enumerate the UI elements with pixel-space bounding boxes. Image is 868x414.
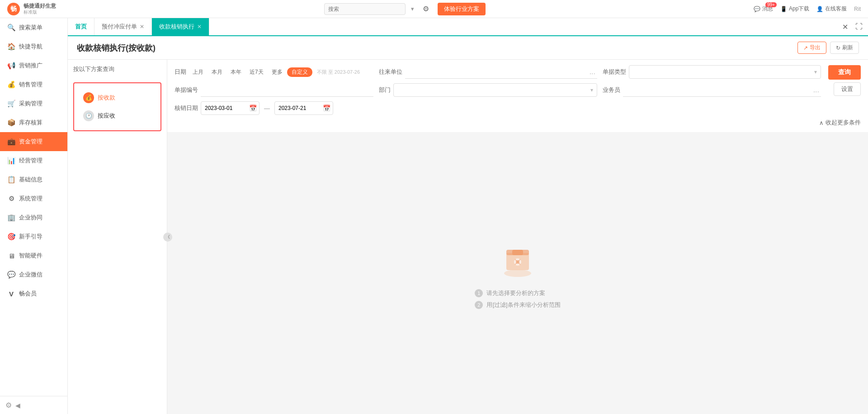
online-service-button[interactable]: 👤 在线客服 bbox=[816, 5, 847, 13]
user-name: Rit bbox=[854, 6, 861, 12]
sidebar-item-quick-nav[interactable]: 🏠 快捷导航 bbox=[0, 37, 67, 56]
sidebar-label-marketing: 营销推广 bbox=[19, 62, 42, 70]
tab-prepay[interactable]: 预付冲应付单 ✕ bbox=[94, 18, 152, 35]
partner-input[interactable]: ... bbox=[405, 65, 597, 79]
page-title: 收款核销执行(按收款) bbox=[77, 43, 156, 53]
sidebar: 🔍 搜索菜单 🏠 快捷导航 📢 营销推广 💰 销售管理 🛒 采购管理 📦 库存核… bbox=[0, 18, 68, 414]
doc-type-select[interactable]: ▾ bbox=[629, 65, 821, 79]
sidebar-label-finance: 资金管理 bbox=[19, 138, 42, 146]
megaphone-icon: 📢 bbox=[7, 62, 15, 70]
scheme-list: 💰 按收款 🕐 按应收 bbox=[73, 82, 161, 131]
solution-button[interactable]: 体验行业方案 bbox=[438, 3, 486, 15]
empty-tip-2: 2 用[过滤]条件来缩小分析范围 bbox=[475, 301, 560, 309]
tab-receipts[interactable]: 收款核销执行 ✕ bbox=[152, 18, 209, 35]
verify-date-end-wrap: 📅 bbox=[274, 101, 333, 115]
message-icon: 💬 bbox=[754, 6, 760, 12]
guide-icon: 🎯 bbox=[7, 233, 15, 241]
sidebar-item-sales[interactable]: 💰 销售管理 bbox=[0, 75, 67, 94]
wechat-icon: 💬 bbox=[7, 271, 15, 279]
main-layout: 🔍 搜索菜单 🏠 快捷导航 📢 营销推广 💰 销售管理 🛒 采购管理 📦 库存核… bbox=[0, 18, 868, 414]
tab-prepay-label: 预付冲应付单 bbox=[102, 23, 137, 31]
sidebar-item-finance[interactable]: 💼 资金管理 bbox=[0, 132, 67, 151]
doc-no-label: 单据编号 bbox=[175, 86, 198, 94]
member-icon: V bbox=[7, 290, 15, 298]
box-icon: 📦 bbox=[7, 119, 15, 127]
tip-num-1: 1 bbox=[475, 289, 483, 297]
date-this-month[interactable]: 本月 bbox=[208, 67, 226, 77]
sidebar-item-search-menu[interactable]: 🔍 搜索菜单 bbox=[0, 18, 67, 37]
system-icon: ⚙ bbox=[7, 195, 15, 203]
partner-dots[interactable]: ... bbox=[590, 68, 595, 76]
partner-label: 往来单位 bbox=[379, 68, 402, 76]
dept-select[interactable]: ▾ bbox=[393, 83, 597, 97]
sidebar-item-marketing[interactable]: 📢 营销推广 bbox=[0, 56, 67, 75]
sidebar-item-member[interactable]: V 畅会员 bbox=[0, 284, 67, 303]
scheme-by-receipt[interactable]: 💰 按收款 bbox=[78, 89, 157, 107]
empty-state: 1 请先选择要分析的方案 2 用[过滤]条件来缩小分析范围 bbox=[167, 132, 868, 414]
app-brand: 畅捷通好生意 bbox=[24, 3, 56, 9]
refresh-button[interactable]: ↻ 刷新 bbox=[830, 42, 859, 54]
export-icon: ↗ bbox=[803, 45, 808, 51]
gear-icon[interactable]: ⚙ bbox=[420, 3, 432, 15]
verify-date-start-calendar-icon[interactable]: 📅 bbox=[249, 105, 257, 112]
staff-label: 业务员 bbox=[603, 86, 620, 94]
app-edition: 标准版 bbox=[24, 10, 56, 15]
sidebar-item-operations[interactable]: 📊 经营管理 bbox=[0, 151, 67, 170]
sidebar-item-purchase[interactable]: 🛒 采购管理 bbox=[0, 94, 67, 113]
empty-illustration bbox=[495, 237, 540, 284]
sidebar-item-guide[interactable]: 🎯 新手引导 bbox=[0, 227, 67, 246]
page-header: 收款核销执行(按收款) ↗ 导出 ↻ 刷新 bbox=[68, 36, 868, 60]
sidebar-collapse-icon[interactable]: ◀ bbox=[15, 402, 20, 409]
message-badge: 99+ bbox=[765, 2, 777, 7]
date-custom[interactable]: 自定义 bbox=[287, 67, 312, 77]
staff-input[interactable]: ... bbox=[623, 83, 821, 97]
message-button[interactable]: 💬 消息 99+ bbox=[754, 5, 773, 13]
staff-dots[interactable]: ... bbox=[813, 86, 819, 94]
doc-type-label: 单据类型 bbox=[603, 68, 626, 76]
date-unlimited: 不限 至 2023-07-26 bbox=[317, 69, 360, 76]
left-panel: 按以下方案查询 💰 按收款 🕐 按应收 《 bbox=[68, 60, 167, 414]
sidebar-item-inventory[interactable]: 📦 库存核算 bbox=[0, 113, 67, 132]
date-more[interactable]: 更多 bbox=[268, 67, 286, 77]
panel-collapse-button[interactable]: 《 bbox=[163, 233, 172, 242]
tab-home[interactable]: 首页 bbox=[68, 18, 94, 35]
tab-receipts-label: 收款核销执行 bbox=[159, 23, 194, 31]
scheme-by-receivable-label: 按应收 bbox=[98, 112, 115, 120]
sidebar-item-hardware[interactable]: 🖥 智能硬件 bbox=[0, 246, 67, 265]
tab-prepay-close[interactable]: ✕ bbox=[140, 24, 144, 30]
app-logo: 畅 bbox=[7, 3, 20, 15]
phone-icon: 📱 bbox=[780, 6, 787, 12]
tab-receipts-close[interactable]: ✕ bbox=[197, 24, 202, 30]
sidebar-item-wechat[interactable]: 💬 企业微信 bbox=[0, 265, 67, 284]
sidebar-item-enterprise[interactable]: 🏢 企业协同 bbox=[0, 208, 67, 227]
collapse-more-label: 收起更多条件 bbox=[826, 119, 861, 127]
doc-no-input[interactable] bbox=[201, 83, 373, 97]
top-search-input[interactable] bbox=[324, 3, 406, 15]
date-label: 日期 bbox=[175, 68, 186, 76]
date-last-7-days[interactable]: 近7天 bbox=[246, 67, 267, 77]
app-download-button[interactable]: 📱 App下载 bbox=[780, 5, 809, 13]
sidebar-label-system: 系统管理 bbox=[19, 195, 42, 203]
scheme-by-receipt-label: 按收款 bbox=[98, 94, 115, 102]
sidebar-label-wechat: 企业微信 bbox=[19, 271, 42, 279]
dropdown-icon[interactable]: ▾ bbox=[411, 5, 414, 12]
export-button[interactable]: ↗ 导出 bbox=[797, 42, 826, 54]
verify-date-start-wrap: 📅 bbox=[201, 101, 259, 115]
tab-fullscreen-button[interactable]: ⛶ bbox=[854, 21, 864, 33]
setting-button[interactable]: 设置 bbox=[834, 82, 861, 96]
query-button[interactable]: 查询 bbox=[828, 65, 861, 80]
collapse-more-button[interactable]: ∧ 收起更多条件 bbox=[819, 119, 861, 127]
empty-tip-1-text: 请先选择要分析的方案 bbox=[486, 289, 545, 297]
sidebar-item-system[interactable]: ⚙ 系统管理 bbox=[0, 189, 67, 208]
receivable-scheme-icon: 🕐 bbox=[83, 110, 94, 121]
sidebar-bottom: ⚙ ◀ bbox=[0, 396, 67, 414]
scheme-by-receivable[interactable]: 🕐 按应收 bbox=[78, 107, 157, 125]
tab-close-all-button[interactable]: ✕ bbox=[840, 21, 850, 33]
svg-point-0 bbox=[504, 270, 531, 277]
date-last-month[interactable]: 上月 bbox=[189, 67, 207, 77]
verify-date-end-calendar-icon[interactable]: 📅 bbox=[323, 105, 330, 112]
date-this-year[interactable]: 本年 bbox=[227, 67, 245, 77]
sidebar-settings-icon[interactable]: ⚙ bbox=[5, 401, 12, 409]
sidebar-item-basic-info[interactable]: 📋 基础信息 bbox=[0, 170, 67, 189]
svg-rect-3 bbox=[512, 250, 523, 255]
